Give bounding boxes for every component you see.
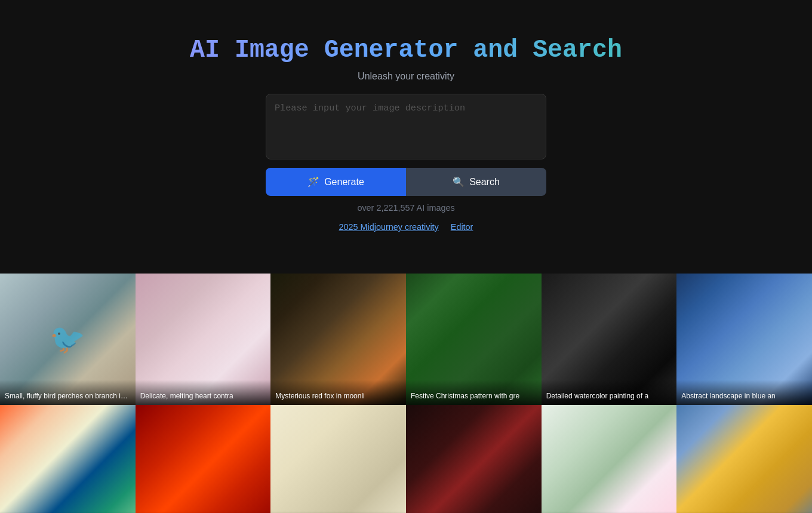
generate-button[interactable]: 🪄 Generate	[266, 168, 406, 196]
gallery-item-chinese[interactable]: Detailed Chinese paper cut art de	[270, 405, 406, 513]
image-count: over 2,221,557 AI images	[12, 203, 800, 213]
editor-link[interactable]: Editor	[451, 222, 473, 232]
nav-links: 2025 Midjourney creativity Editor	[12, 222, 800, 232]
gallery-row-2: Vibrant, abstract painting with dynamic …	[0, 405, 812, 513]
creativity-link[interactable]: 2025 Midjourney creativity	[339, 222, 439, 232]
hero-section: AI Image Generator and Search Unleash yo…	[0, 0, 812, 274]
gallery-caption-christmas: Festive Christmas pattern with gre	[406, 380, 542, 405]
gallery-item-buddha[interactable]: Majestic golden Buddha sta	[676, 405, 812, 513]
gallery-item-mech[interactable]: Detailed watercolor painting of a	[542, 274, 677, 405]
generate-label: Generate	[324, 177, 364, 188]
search-label: Search	[469, 177, 500, 188]
hero-subtitle: Unleash your creativity	[12, 71, 800, 82]
gallery-item-lone-figure[interactable]: Lone figure, spacecraft, myste	[406, 405, 542, 513]
search-icon: 🔍	[453, 176, 465, 188]
gallery-item-colorful[interactable]: Vibrant, abstract painting with dynamic …	[0, 405, 136, 513]
gallery-row-1: Small, fluffy bird perches on branch in …	[0, 274, 812, 405]
gallery-item-scared[interactable]: Startled woman's face, cho	[136, 405, 271, 513]
action-buttons: 🪄 Generate 🔍 Search	[266, 168, 546, 196]
gallery-item-bird[interactable]: Small, fluffy bird perches on branch in …	[0, 274, 136, 405]
gallery-caption-heart: Delicate, melting heart contra	[136, 380, 271, 405]
gallery-item-fox[interactable]: Mysterious red fox in moonli	[270, 274, 406, 405]
gallery-section: Small, fluffy bird perches on branch in …	[0, 274, 812, 513]
gallery-item-heart[interactable]: Delicate, melting heart contra	[136, 274, 271, 405]
search-button[interactable]: 🔍 Search	[406, 168, 546, 196]
gallery-caption-mech: Detailed watercolor painting of a	[542, 380, 677, 405]
gallery-caption-abstract-blue: Abstract landscape in blue an	[676, 380, 812, 405]
page-title: AI Image Generator and Search	[12, 36, 800, 64]
gallery-item-christmas[interactable]: Festive Christmas pattern with gre	[406, 274, 542, 405]
gallery-item-abstract-blue[interactable]: Abstract landscape in blue an	[676, 274, 812, 405]
gallery-caption-bird: Small, fluffy bird perches on branch in …	[0, 380, 136, 405]
gallery-item-festive-bell[interactable]: Festive Christmas scene with	[542, 405, 677, 513]
prompt-input[interactable]	[266, 94, 546, 159]
gallery-caption-fox: Mysterious red fox in moonli	[270, 380, 406, 405]
generate-icon: 🪄	[307, 176, 319, 188]
